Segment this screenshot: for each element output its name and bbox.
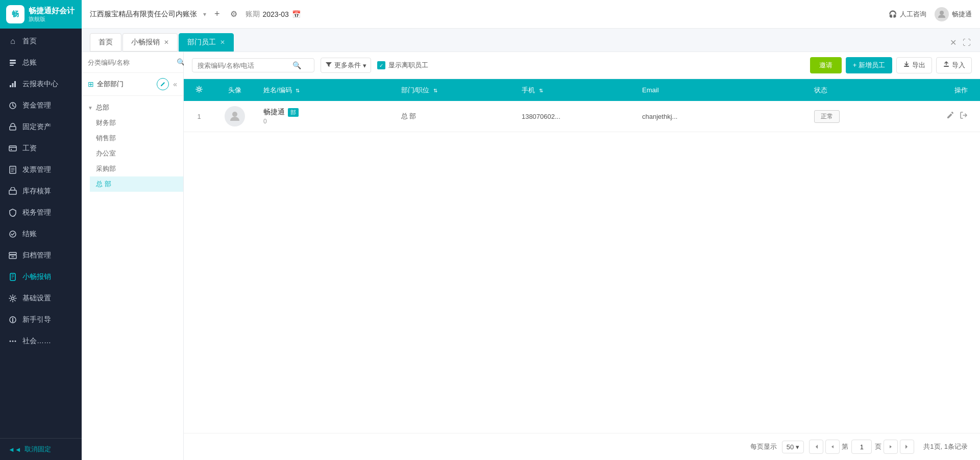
company-dropdown-arrow[interactable]: ▾ — [203, 11, 206, 18]
sidebar-item-ledger[interactable]: 总账 — [0, 52, 82, 73]
sidebar-nav: ⌂ 首页 总账 云报表中心 资金管理 固定资产 — [0, 29, 82, 438]
app-subtitle: 旗舰版 — [29, 15, 75, 23]
sidebar-item-payroll[interactable]: 工资 — [0, 138, 82, 159]
first-page-button[interactable] — [809, 440, 823, 454]
reports-icon — [8, 80, 17, 89]
dept-child-xiaoshou[interactable]: 销售部 — [90, 131, 183, 146]
current-page-input[interactable] — [851, 440, 872, 454]
export-button[interactable]: 导出 — [896, 57, 932, 73]
sidebar-item-home[interactable]: ⌂ 首页 — [0, 31, 82, 52]
table-settings-icon[interactable] — [195, 87, 203, 95]
assets-mgmt-icon — [8, 101, 17, 110]
employee-avatar-img — [225, 106, 245, 126]
inventory-icon — [8, 187, 17, 196]
per-page-select[interactable]: 50 ▾ — [782, 441, 804, 453]
logo-text-area: 畅捷通好会计 旗舰版 — [29, 6, 75, 23]
col-email-header: Email — [634, 79, 806, 101]
avatar — [935, 7, 949, 21]
edit-employee-button[interactable] — [946, 111, 954, 121]
sidebar-item-settings[interactable]: 基础设置 — [0, 288, 82, 309]
dept-edit-button[interactable] — [157, 78, 169, 90]
emp-code-display: 0 — [263, 118, 385, 125]
dept-child-caigou[interactable]: 采购部 — [90, 161, 183, 176]
sidebar-label-invoice: 发票管理 — [22, 165, 51, 174]
tab-expand-button[interactable]: ⛶ — [962, 37, 972, 48]
dept-panel: 🔍 ⊞ 全部部门 « ▼ 总部 — [82, 52, 184, 460]
header-right: 🎧 人工咨询 畅捷通 — [889, 7, 972, 21]
tab-dept-employee-close-icon[interactable]: ✕ — [220, 39, 225, 46]
invite-button[interactable]: 邀请 — [810, 57, 842, 73]
import-button[interactable]: 导入 — [936, 57, 972, 73]
tab-xiaochang-expense-close-icon[interactable]: ✕ — [164, 39, 169, 46]
consult-button[interactable]: 🎧 人工咨询 — [889, 10, 926, 19]
header-settings-icon[interactable]: ⚙ — [228, 7, 239, 21]
dept-child-bangong[interactable]: 办公室 — [90, 146, 183, 161]
add-company-button[interactable]: + — [212, 7, 222, 21]
filter-button[interactable]: 更多条件 ▾ — [321, 58, 371, 73]
col-name-header[interactable]: 姓名/编码 ⇅ — [255, 79, 393, 101]
add-employee-button[interactable]: + 新增员工 — [846, 57, 892, 73]
sidebar-item-invoice[interactable]: 发票管理 — [0, 159, 82, 181]
emp-search-box: 🔍 — [192, 58, 314, 72]
row-avatar — [214, 101, 255, 132]
col-name-sort-icon: ⇅ — [296, 88, 300, 93]
svg-rect-1 — [10, 62, 16, 64]
tab-close-button[interactable]: ✕ — [949, 37, 958, 48]
sidebar-label-home: 首页 — [22, 37, 37, 46]
sidebar-item-more[interactable]: 社会…… — [0, 330, 82, 352]
dept-node-zongbu-label: 总部 — [96, 103, 109, 112]
emp-search-icon[interactable]: 🔍 — [292, 61, 301, 69]
col-phone-header[interactable]: 手机 ⇅ — [513, 79, 634, 101]
sidebar-item-tax[interactable]: 税务管理 — [0, 202, 82, 223]
tab-home[interactable]: 首页 — [90, 33, 121, 52]
all-depts-title: ⊞ 全部部门 — [88, 80, 153, 89]
calendar-icon[interactable]: 📅 — [292, 10, 301, 18]
user-menu-button[interactable]: 畅捷通 — [935, 7, 972, 21]
emp-search-input[interactable] — [198, 62, 289, 69]
archive-icon — [8, 251, 17, 260]
col-dept-header[interactable]: 部门/职位 ⇅ — [393, 79, 513, 101]
next-page-button[interactable] — [884, 440, 898, 454]
app-title: 畅捷通好会计 — [29, 6, 75, 15]
sidebar-item-xiaochang[interactable]: 小畅报销 — [0, 266, 82, 288]
svg-rect-23 — [944, 66, 949, 67]
dept-collapse-button[interactable]: « — [173, 80, 177, 88]
dept-child-caiwu[interactable]: 财务部 — [90, 115, 183, 131]
sidebar-item-fixed-assets[interactable]: 固定资产 — [0, 116, 82, 138]
col-email-label: Email — [642, 86, 659, 94]
sidebar-item-assets-mgmt[interactable]: 资金管理 — [0, 95, 82, 116]
sidebar-label-ledger: 总账 — [22, 58, 37, 67]
dept-node-zongbu-header[interactable]: ▼ 总部 — [82, 100, 183, 115]
fixed-assets-icon — [8, 122, 17, 132]
sidebar-item-reports[interactable]: 云报表中心 — [0, 73, 82, 95]
emp-panel: 🔍 更多条件 ▾ ✓ 显示离职员工 邀请 + 新增员工 — [184, 52, 980, 460]
dept-node-zongbu: ▼ 总部 财务部 销售部 办公室 采购 — [82, 100, 183, 192]
col-status-header: 状态 — [806, 79, 909, 101]
tab-xiaochang-expense[interactable]: 小畅报销 ✕ — [122, 33, 178, 52]
col-dept-sort-icon: ⇅ — [433, 88, 437, 93]
sidebar-label-close-account: 结账 — [22, 229, 37, 239]
dept-child-zongbu-sub-label: 总 部 — [96, 180, 111, 189]
page-nav: 第 页 — [809, 440, 914, 454]
col-action-header: 操作 — [910, 79, 980, 101]
dept-all-header: ⊞ 全部部门 « — [82, 73, 183, 96]
dept-search-input[interactable] — [88, 59, 174, 66]
payroll-icon — [8, 144, 17, 153]
sidebar-item-close-account[interactable]: 结账 — [0, 223, 82, 245]
logout-employee-button[interactable] — [960, 111, 968, 121]
last-page-button[interactable] — [900, 440, 914, 454]
tab-dept-employee[interactable]: 部门员工 ✕ — [179, 33, 234, 52]
sidebar-item-archive[interactable]: 归档管理 — [0, 245, 82, 266]
export-label: 导出 — [912, 61, 925, 70]
show-resigned-toggle[interactable]: ✓ 显示离职员工 — [377, 61, 428, 70]
cancel-pin-button[interactable]: ◄◄ 取消固定 — [0, 438, 82, 460]
dept-child-caiwu-label: 财务部 — [96, 118, 116, 127]
dept-child-zongbu-sub[interactable]: 总 部 — [90, 176, 183, 192]
svg-point-21 — [940, 11, 944, 15]
sidebar-item-guide[interactable]: 新手引导 — [0, 309, 82, 330]
show-resigned-checkbox[interactable]: ✓ — [377, 61, 385, 69]
main-area: 江西服宝精品有限责任公司内账张 ▾ + ⚙ 账期 2023-03 📅 🎧 人工咨… — [82, 0, 980, 460]
tab-home-label: 首页 — [99, 38, 113, 47]
sidebar-item-inventory[interactable]: 库存核算 — [0, 181, 82, 202]
prev-page-button[interactable] — [825, 440, 840, 454]
